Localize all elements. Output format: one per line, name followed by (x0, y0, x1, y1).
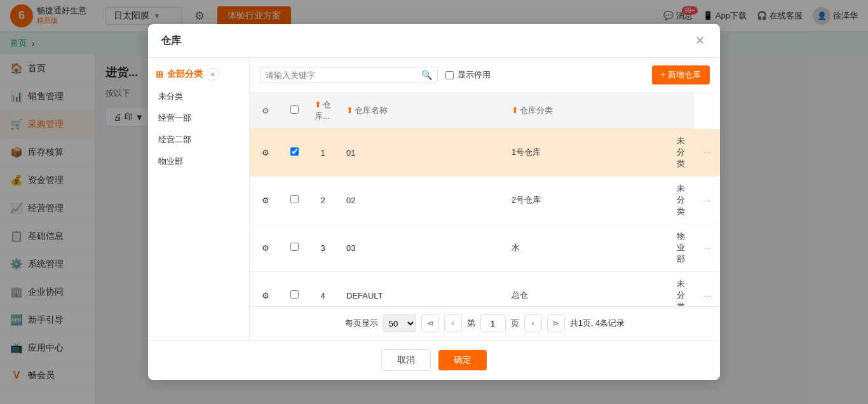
prev-page-button[interactable]: ‹ (444, 314, 462, 332)
row-num: 2 (307, 177, 339, 224)
per-page-label: 每页显示 (345, 318, 378, 329)
th-check (281, 93, 307, 129)
table-header-row: ⚙ ⬆仓库... ⬆仓库名称 ⬆仓库分类 (250, 93, 720, 129)
modal-category-sidebar: ⊞ 全部分类 « 未分类 经营一部 经营二部 物业部 (148, 58, 250, 340)
confirm-button[interactable]: 确定 (438, 350, 487, 370)
table-row[interactable]: ⚙ 4 DEFAULT 总仓 未分类 ··· (250, 272, 720, 307)
row-more[interactable]: ··· (695, 224, 720, 272)
row-name: 总仓 (504, 272, 669, 307)
row-check[interactable] (281, 272, 307, 307)
row-more[interactable]: ··· (695, 129, 720, 177)
modal-footer: 取消 确定 (148, 340, 720, 380)
row-checkbox[interactable] (290, 243, 299, 251)
category-item-ops2[interactable]: 经营二部 (148, 129, 249, 151)
row-code: 01 (339, 129, 504, 177)
total-label: 共1页, 4条记录 (570, 318, 625, 329)
row-gear[interactable]: ⚙ (250, 177, 281, 224)
table-row[interactable]: ⚙ 3 03 水 物业部 ··· (250, 224, 720, 272)
row-num: 4 (307, 272, 339, 307)
search-icon: 🔍 (421, 70, 432, 80)
row-checkbox[interactable] (290, 147, 299, 156)
modal-table-area: ⚙ ⬆仓库... ⬆仓库名称 ⬆仓库分类 ⚙ 1 01 1号仓库 未分类 ·· (250, 93, 720, 306)
row-checkbox[interactable] (290, 290, 299, 299)
row-check[interactable] (281, 177, 307, 224)
row-code: 02 (339, 177, 504, 224)
row-category: 未分类 (669, 177, 695, 224)
row-more[interactable]: ··· (695, 177, 720, 224)
th-gear: ⚙ (250, 93, 281, 129)
sort-icon: ⬆ (315, 100, 322, 109)
last-page-button[interactable]: ⊳ (547, 314, 565, 332)
row-num: 3 (307, 224, 339, 272)
modal-main-area: 🔍 显示停用 + 新增仓库 ⚙ ⬆仓库... ⬆仓库名称 (250, 58, 720, 340)
sort-icon-cat: ⬆ (512, 105, 519, 115)
search-input[interactable] (266, 71, 421, 80)
row-category: 物业部 (669, 224, 695, 272)
table-row[interactable]: ⚙ 2 02 2号仓库 未分类 ··· (250, 177, 720, 224)
grid-icon: ⊞ (156, 69, 163, 79)
row-gear[interactable]: ⚙ (250, 129, 281, 177)
category-item-ops1[interactable]: 经营一部 (148, 107, 249, 129)
cancel-button[interactable]: 取消 (381, 349, 431, 371)
th-code: ⬆仓库... (307, 93, 339, 129)
per-page-select[interactable]: 50 20 100 (383, 314, 416, 332)
pagination: 每页显示 50 20 100 ⊲ ‹ 第 页 › ⊳ 共1页, 4条记录 (250, 306, 720, 340)
row-gear[interactable]: ⚙ (250, 272, 281, 307)
search-input-wrap: 🔍 (260, 67, 438, 83)
show-disabled-label: 显示停用 (458, 69, 491, 81)
row-check[interactable] (281, 129, 307, 177)
row-check[interactable] (281, 224, 307, 272)
add-warehouse-button[interactable]: + 新增仓库 (652, 65, 710, 84)
row-category: 未分类 (669, 272, 695, 307)
warehouse-modal: 仓库 ✕ ⊞ 全部分类 « 未分类 经营一部 经营二部 物业部 🔍 (148, 24, 720, 380)
modal-sidebar-all-category[interactable]: ⊞ 全部分类 « (148, 63, 249, 86)
row-name: 1号仓库 (504, 129, 669, 177)
collapse-button[interactable]: « (207, 68, 219, 81)
table-row[interactable]: ⚙ 1 01 1号仓库 未分类 ··· (250, 129, 720, 177)
modal-title: 仓库 (161, 34, 181, 48)
sort-icon-name: ⬆ (346, 105, 353, 115)
next-page-button[interactable]: › (524, 314, 542, 332)
row-num: 1 (307, 129, 339, 177)
row-name: 2号仓库 (504, 177, 669, 224)
category-item-property[interactable]: 物业部 (148, 151, 249, 172)
row-checkbox[interactable] (290, 195, 299, 203)
show-disabled-checkbox[interactable] (445, 71, 454, 79)
th-category: ⬆仓库分类 (504, 93, 669, 129)
category-item-uncategorized[interactable]: 未分类 (148, 86, 249, 107)
first-page-button[interactable]: ⊲ (421, 314, 439, 332)
modal-close-button[interactable]: ✕ (692, 33, 707, 48)
th-more (669, 93, 695, 129)
table-body: ⚙ 1 01 1号仓库 未分类 ··· ⚙ 2 02 2号仓库 未分类 ··· … (250, 129, 720, 307)
page-number-input[interactable] (480, 314, 506, 332)
row-gear[interactable]: ⚙ (250, 224, 281, 272)
page-suffix-label: 页 (511, 318, 519, 329)
modal-toolbar: 🔍 显示停用 + 新增仓库 (250, 58, 720, 93)
modal-body: ⊞ 全部分类 « 未分类 经营一部 经营二部 物业部 🔍 显示停用 + (148, 58, 720, 340)
select-all-checkbox[interactable] (290, 105, 299, 114)
show-disabled-checkbox-label[interactable]: 显示停用 (445, 69, 491, 81)
row-code: DEFAULT (339, 272, 504, 307)
th-name: ⬆仓库名称 (339, 93, 504, 129)
row-category: 未分类 (669, 129, 695, 177)
modal-header: 仓库 ✕ (148, 24, 720, 58)
all-category-label: 全部分类 (167, 69, 203, 80)
warehouse-table: ⚙ ⬆仓库... ⬆仓库名称 ⬆仓库分类 ⚙ 1 01 1号仓库 未分类 ·· (250, 93, 720, 306)
row-name: 水 (504, 224, 669, 272)
row-more[interactable]: ··· (695, 272, 720, 307)
row-code: 03 (339, 224, 504, 272)
page-prefix-label: 第 (467, 318, 475, 329)
